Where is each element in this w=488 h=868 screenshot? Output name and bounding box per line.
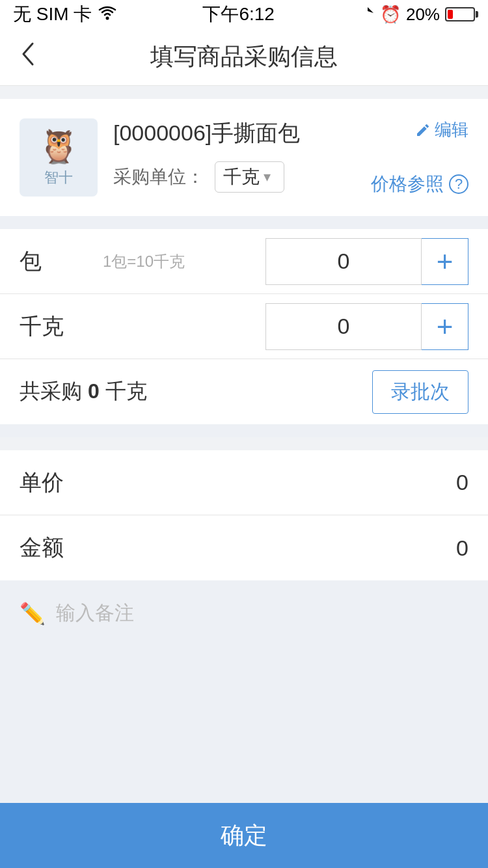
wifi-icon bbox=[98, 4, 116, 25]
total-value: 0 bbox=[88, 379, 105, 403]
status-bar: 无 SIM 卡 下午6:12 ⏰ 20% bbox=[0, 0, 488, 29]
section-divider-2 bbox=[0, 424, 488, 437]
kg-plus-button[interactable]: + bbox=[422, 303, 468, 350]
amount-value: 0 bbox=[456, 536, 468, 561]
alarm-icon: ⏰ bbox=[380, 5, 401, 25]
product-card: 🦉 智十 [0000006]手撕面包 采购单位： 千克 ▾ 编辑 价格参照 ? bbox=[0, 99, 488, 216]
chevron-down-icon: ▾ bbox=[264, 169, 271, 185]
status-left: 无 SIM 卡 bbox=[13, 2, 116, 27]
bao-plus-button[interactable]: + bbox=[422, 238, 468, 285]
total-unit: 千克 bbox=[105, 379, 147, 403]
purchase-unit-label: 采购单位： bbox=[113, 165, 204, 189]
bao-qty-group: 0 + bbox=[265, 238, 468, 285]
kg-input[interactable]: 0 bbox=[265, 303, 422, 350]
pencil-icon: ✏️ bbox=[20, 601, 46, 626]
info-section: 单价 0 金额 0 bbox=[0, 450, 488, 580]
total-prefix: 共采购 bbox=[20, 379, 82, 403]
kg-label: 千克 bbox=[20, 312, 98, 342]
carrier-text: 无 SIM 卡 bbox=[13, 2, 92, 27]
section-divider-1 bbox=[0, 216, 488, 229]
amount-row: 金额 0 bbox=[0, 515, 488, 580]
edit-button[interactable]: 编辑 bbox=[415, 118, 468, 141]
time-display: 下午6:12 bbox=[202, 2, 275, 27]
svg-point-0 bbox=[106, 17, 109, 20]
nav-bar: 填写商品采购信息 bbox=[0, 29, 488, 86]
unit-price-label: 单价 bbox=[20, 468, 64, 498]
back-button[interactable] bbox=[20, 41, 48, 74]
kg-row: 千克 0 + bbox=[0, 294, 488, 359]
bao-sublabel: 1包=10千克 bbox=[103, 251, 185, 272]
edit-label: 编辑 bbox=[435, 118, 468, 141]
bao-label: 包 bbox=[20, 247, 98, 277]
product-owl-icon: 🦉 bbox=[38, 128, 79, 165]
battery-icon bbox=[445, 7, 475, 21]
note-placeholder: 输入备注 bbox=[56, 600, 134, 627]
help-icon: ? bbox=[449, 174, 468, 194]
unit-select[interactable]: 千克 ▾ bbox=[215, 161, 284, 193]
battery-percent: 20% bbox=[406, 5, 440, 25]
unit-value: 千克 bbox=[223, 165, 260, 189]
note-section[interactable]: ✏️ 输入备注 bbox=[0, 580, 488, 646]
quantity-section: 包 1包=10千克 0 + 千克 0 + bbox=[0, 229, 488, 359]
battery-fill bbox=[448, 10, 453, 19]
batch-button[interactable]: 录批次 bbox=[372, 370, 468, 414]
price-ref-label: 价格参照 bbox=[371, 172, 444, 197]
product-image-label: 智十 bbox=[44, 168, 73, 187]
confirm-button[interactable]: 确定 bbox=[0, 803, 488, 868]
bao-row: 包 1包=10千克 0 + bbox=[0, 229, 488, 294]
location-icon bbox=[360, 5, 375, 25]
kg-qty-group: 0 + bbox=[265, 303, 468, 350]
price-ref-button[interactable]: 价格参照 ? bbox=[371, 172, 468, 197]
amount-label: 金额 bbox=[20, 533, 64, 563]
page-title: 填写商品采购信息 bbox=[150, 41, 338, 73]
unit-price-row: 单价 0 bbox=[0, 450, 488, 515]
unit-price-value: 0 bbox=[456, 470, 468, 495]
status-right: ⏰ 20% bbox=[360, 5, 475, 25]
total-row: 共采购 0 千克 录批次 bbox=[0, 359, 488, 424]
total-label: 共采购 0 千克 bbox=[20, 377, 147, 406]
bao-input[interactable]: 0 bbox=[265, 238, 422, 285]
product-image: 🦉 智十 bbox=[20, 118, 98, 197]
